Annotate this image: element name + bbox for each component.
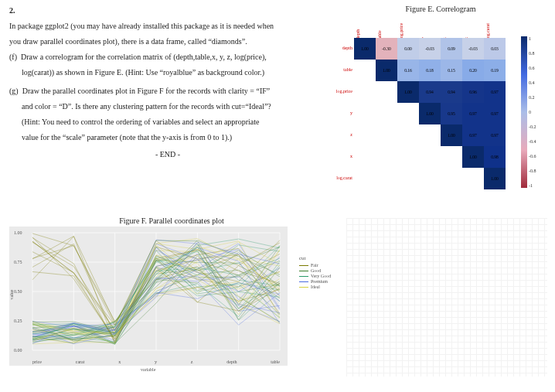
corr-row-label: log.carat xyxy=(332,176,352,180)
legend-swatch xyxy=(299,287,308,288)
corr-cell: 1.00 xyxy=(441,124,462,146)
parallel-x-tick: depth xyxy=(226,360,237,364)
parallel-x-tick: table xyxy=(271,360,280,364)
corr-cell: 0.97 xyxy=(484,103,506,124)
legend-swatch xyxy=(299,265,308,266)
correlogram-title: Figure E. Correlogram xyxy=(332,5,549,13)
corr-cell: 1.00 xyxy=(376,60,397,81)
intro-line1: In package ggplot2 (you may have already… xyxy=(9,20,326,32)
item-g-line2: and color = “D”. Is there any clustering… xyxy=(9,101,326,113)
corr-cell: 0.03 xyxy=(484,38,506,60)
parallel-x-tick: carat xyxy=(76,360,85,364)
legend-label: Very Good xyxy=(311,274,331,278)
parallel-title: Figure F. Parallel coordinates plot xyxy=(9,216,334,225)
item-g-line1: Draw the parallel coordinates plot in Fi… xyxy=(22,87,271,95)
colorbar-tick: 1 xyxy=(529,36,536,41)
corr-cell: 0.94 xyxy=(441,81,462,103)
corr-cell: 1.00 xyxy=(462,146,484,168)
corr-cell: 0.97 xyxy=(484,81,506,103)
item-f-line1: Draw a correlogram for the correlation m… xyxy=(21,53,267,61)
parallel-y-tick: 0.50 xyxy=(14,289,22,294)
corr-row-label: y xyxy=(332,111,352,115)
corr-cell: 0.96 xyxy=(462,81,484,103)
colorbar-labels: 10.80.60.40.20-0.2-0.4-0.6-0.8-1 xyxy=(529,36,536,188)
correlogram-grid: depthtablelog.priceyzxlog.caratdepth1.00… xyxy=(332,16,518,202)
parallel-x-axis-label: variable xyxy=(141,367,155,372)
corr-cell: 1.00 xyxy=(484,168,506,189)
legend-swatch xyxy=(299,276,308,277)
item-f-line2: log(carat)) as shown in Figure E. (Hint:… xyxy=(9,66,326,79)
corr-cell: -0.30 xyxy=(376,38,397,60)
legend-item: Good xyxy=(299,268,331,273)
corr-col-label: log.price xyxy=(399,23,403,39)
intro-line2: you draw parallel coordinates plot), the… xyxy=(9,36,326,48)
corr-cell: 0.15 xyxy=(441,60,462,81)
correlogram-figure: Figure E. Correlogram depthtablelog.pric… xyxy=(332,5,549,202)
corr-cell: 0.94 xyxy=(419,81,441,103)
legend-label: Fair xyxy=(311,263,318,268)
corr-row-label: log.price xyxy=(332,89,352,94)
parallel-svg xyxy=(9,227,288,366)
legend-swatch xyxy=(299,271,308,271)
corr-cell: 0.09 xyxy=(441,38,462,60)
parallel-plot: 1.000.750.500.250.00 pricecaratxyzdeptht… xyxy=(9,227,288,366)
question-text: 2. In package ggplot2 (you may have alre… xyxy=(9,5,326,164)
item-g-label: (g) xyxy=(9,87,19,95)
corr-cell: 0.98 xyxy=(484,146,506,168)
corr-cell: 0.18 xyxy=(419,60,441,81)
colorbar-tick: 0.6 xyxy=(529,66,536,70)
legend-label: Good xyxy=(311,268,321,273)
corr-row-label: z xyxy=(332,132,352,137)
parallel-x-tick: price xyxy=(32,360,42,364)
corr-cell: 0.97 xyxy=(484,124,506,146)
corr-cell: 0.20 xyxy=(462,60,484,81)
legend-item: Fair xyxy=(299,263,331,268)
colorbar-tick: 0.8 xyxy=(529,51,536,56)
legend-label: Ideal xyxy=(311,285,320,289)
corr-cell: 0.97 xyxy=(462,103,484,124)
parallel-x-ticks: pricecaratxyzdepthtable xyxy=(32,360,280,364)
parallel-x-tick: z xyxy=(191,360,193,364)
end-marker: - END - xyxy=(9,148,326,161)
legend-title: cut xyxy=(299,255,331,261)
colorbar-tick: 0 xyxy=(529,110,536,114)
colorbar xyxy=(521,36,527,188)
colorbar-tick: -1 xyxy=(529,183,536,188)
corr-cell: 0.97 xyxy=(462,124,484,146)
item-g: (g) Draw the parallel coordinates plot i… xyxy=(9,85,326,97)
corr-cell: 1.00 xyxy=(354,38,376,60)
legend-swatch xyxy=(299,281,308,282)
corr-cell: 1.00 xyxy=(419,103,441,124)
corr-cell: 0.00 xyxy=(397,38,419,60)
parallel-x-tick: y xyxy=(155,360,157,364)
parallel-x-tick: x xyxy=(118,360,121,364)
parallel-y-axis-label: value xyxy=(9,290,14,300)
parallel-y-tick: 1.00 xyxy=(14,230,22,235)
colorbar-tick: 0.4 xyxy=(529,80,536,85)
corr-cell: -0.03 xyxy=(462,38,484,60)
corr-col-label: log.carat xyxy=(485,23,490,39)
corr-cell: 0.95 xyxy=(441,103,462,124)
parallel-y-tick: 0.75 xyxy=(14,260,22,264)
item-g-line4: value for the “scale” parameter (note th… xyxy=(9,131,326,144)
colorbar-tick: -0.6 xyxy=(529,154,536,159)
colorbar-tick: -0.4 xyxy=(529,139,536,144)
colorbar-tick: -0.2 xyxy=(529,124,536,129)
corr-cell: 0.19 xyxy=(484,60,506,81)
legend-item: Very Good xyxy=(299,274,331,278)
legend-label: Premium xyxy=(311,279,328,284)
corr-cell: 0.16 xyxy=(397,60,419,81)
colorbar-tick: 0.2 xyxy=(529,95,536,100)
question-number: 2. xyxy=(9,5,326,17)
parallel-y-tick: 0.25 xyxy=(14,319,22,323)
item-g-line3: (Hint: You need to control the ordering … xyxy=(9,116,326,128)
parallel-y-tick: 0.00 xyxy=(14,348,22,353)
item-f-label: (f) xyxy=(9,53,17,61)
parallel-figure: Figure F. Parallel coordinates plot 1.00… xyxy=(9,216,334,366)
corr-row-label: table xyxy=(332,67,352,72)
blank-grid-area xyxy=(346,218,547,377)
parallel-legend: cut FairGoodVery GoodPremiumIdeal xyxy=(299,255,331,290)
corr-cell: -0.03 xyxy=(419,38,441,60)
item-f: (f) Draw a correlogram for the correlati… xyxy=(9,51,326,63)
corr-cell: 1.00 xyxy=(397,81,419,103)
